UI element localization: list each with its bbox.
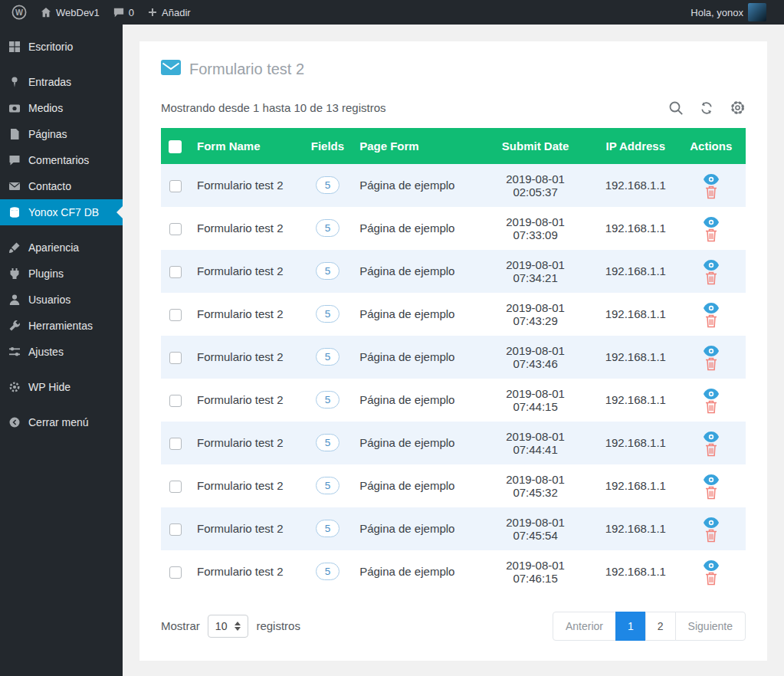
- site-name: WebDev1: [56, 7, 100, 18]
- row-checkbox[interactable]: [169, 309, 182, 321]
- row-checkbox[interactable]: [169, 481, 182, 493]
- wordpress-logo-icon[interactable]: W: [5, 0, 34, 25]
- sidebar-item-label: Páginas: [28, 128, 67, 140]
- fields-count-badge: 5: [316, 219, 340, 237]
- page-number-button-2[interactable]: 2: [645, 612, 676, 641]
- delete-entry-trash-icon[interactable]: [705, 271, 717, 285]
- appearance-icon: [8, 241, 21, 254]
- delete-entry-trash-icon[interactable]: [705, 357, 717, 371]
- fields-count-badge: 5: [316, 391, 340, 409]
- page-form-cell: Página de ejemplo: [352, 507, 476, 550]
- sidebar-item-medios[interactable]: Medios: [0, 95, 123, 121]
- sidebar-item-herramientas[interactable]: Herramientas: [0, 313, 123, 339]
- sidebar-item-wp-hide[interactable]: WP Hide: [0, 374, 123, 400]
- database-icon: [8, 205, 21, 219]
- row-checkbox[interactable]: [169, 266, 182, 278]
- submit-date-cell: 2019-08-01 07:33:09: [476, 207, 595, 250]
- view-entry-eye-icon[interactable]: [704, 560, 719, 571]
- delete-entry-trash-icon[interactable]: [705, 486, 717, 500]
- sidebar-item-plugins[interactable]: Plugins: [0, 261, 123, 287]
- page-number-button-1[interactable]: 1: [615, 612, 646, 641]
- submit-date-cell: 2019-08-01 02:05:37: [476, 164, 595, 207]
- view-entry-eye-icon[interactable]: [704, 517, 719, 528]
- ip-address-cell: 192.168.1.1: [595, 464, 676, 507]
- form-name-cell: Formulario test 2: [189, 464, 303, 507]
- row-checkbox[interactable]: [169, 180, 182, 192]
- form-name-cell: Formulario test 2: [189, 293, 303, 336]
- pagination: Anterior 1 2 Siguiente: [553, 612, 746, 641]
- table-row: Formulario test 2 5 Página de ejemplo 20…: [161, 550, 746, 593]
- view-entry-eye-icon[interactable]: [704, 346, 719, 356]
- sidebar-item-entradas[interactable]: Entradas: [0, 69, 123, 95]
- sidebar-item-paginas[interactable]: Páginas: [0, 121, 123, 147]
- form-name-cell: Formulario test 2: [189, 550, 303, 593]
- ip-address-cell: 192.168.1.1: [595, 293, 676, 336]
- row-checkbox[interactable]: [169, 223, 182, 235]
- comments-link[interactable]: 0: [107, 0, 141, 25]
- records-label: registros: [256, 619, 300, 632]
- table-row: Formulario test 2 5 Página de ejemplo 20…: [161, 507, 746, 550]
- delete-entry-trash-icon[interactable]: [705, 443, 717, 457]
- table-row: Formulario test 2 5 Página de ejemplo 20…: [161, 250, 746, 293]
- tools-icon: [8, 319, 21, 333]
- row-checkbox[interactable]: [169, 352, 182, 364]
- previous-page-button[interactable]: Anterior: [553, 612, 616, 641]
- sidebar-item-comentarios[interactable]: Comentarios: [0, 147, 123, 173]
- submit-date-cell: 2019-08-01 07:45:32: [476, 464, 595, 507]
- form-name-cell: Formulario test 2: [189, 379, 303, 422]
- admin-bar: W WebDev1 0 Añadir Hola, yonox: [0, 0, 784, 25]
- delete-entry-trash-icon[interactable]: [705, 228, 717, 242]
- delete-entry-trash-icon[interactable]: [705, 314, 717, 328]
- row-checkbox[interactable]: [169, 566, 182, 579]
- view-entry-eye-icon[interactable]: [704, 217, 719, 228]
- ip-address-cell: 192.168.1.1: [595, 164, 676, 207]
- sidebar-item-usuarios[interactable]: Usuarios: [0, 287, 123, 313]
- next-page-button[interactable]: Siguiente: [675, 612, 746, 641]
- page-form-cell: Página de ejemplo: [352, 550, 476, 593]
- sidebar-item-yonox-cf7-db[interactable]: Yonox CF7 DB: [0, 199, 123, 225]
- delete-entry-trash-icon[interactable]: [705, 400, 717, 414]
- settings-gear-icon[interactable]: [730, 100, 746, 116]
- view-entry-eye-icon[interactable]: [704, 260, 719, 271]
- ip-address-cell: 192.168.1.1: [595, 207, 676, 250]
- comments-count: 0: [129, 7, 134, 18]
- table-row: Formulario test 2 5 Página de ejemplo 20…: [161, 379, 746, 422]
- pages-icon: [8, 127, 21, 141]
- avatar: [748, 3, 766, 21]
- view-entry-eye-icon[interactable]: [704, 474, 719, 485]
- delete-entry-trash-icon[interactable]: [705, 529, 717, 543]
- fields-count-badge: 5: [316, 176, 340, 194]
- refresh-icon[interactable]: [699, 100, 714, 116]
- search-icon[interactable]: [668, 100, 684, 116]
- fields-count-badge: 5: [316, 305, 340, 323]
- form-name-cell: Formulario test 2: [189, 507, 303, 550]
- view-entry-eye-icon[interactable]: [704, 389, 719, 399]
- submit-date-cell: 2019-08-01 07:44:41: [476, 422, 595, 464]
- row-checkbox[interactable]: [169, 438, 182, 450]
- header-ip-address: IP Address: [595, 128, 676, 164]
- page-form-cell: Página de ejemplo: [352, 422, 476, 464]
- page-form-cell: Página de ejemplo: [352, 293, 476, 336]
- view-entry-eye-icon[interactable]: [704, 432, 719, 442]
- add-new-link[interactable]: Añadir: [141, 0, 198, 25]
- sidebar-item-apariencia[interactable]: Apariencia: [0, 235, 123, 261]
- sidebar-item-label: Escritorio: [28, 41, 73, 53]
- submit-date-cell: 2019-08-01 07:44:15: [476, 379, 595, 422]
- sidebar-item-ajustes[interactable]: Ajustes: [0, 339, 123, 365]
- view-entry-eye-icon[interactable]: [704, 174, 719, 185]
- sidebar-item-contacto[interactable]: Contacto: [0, 173, 123, 199]
- sidebar-item-escritorio[interactable]: Escritorio: [0, 34, 123, 60]
- header-actions: Actions: [676, 128, 746, 164]
- sidebar-item-cerrar-menu[interactable]: Cerrar menú: [0, 409, 123, 435]
- view-entry-eye-icon[interactable]: [704, 303, 719, 313]
- select-all-checkbox[interactable]: [169, 140, 182, 153]
- delete-entry-trash-icon[interactable]: [705, 572, 717, 586]
- sidebar-item-label: Medios: [28, 102, 63, 114]
- site-name-link[interactable]: WebDev1: [34, 0, 107, 25]
- user-account-link[interactable]: Hola, yonox: [684, 0, 773, 25]
- row-checkbox[interactable]: [169, 395, 182, 407]
- page-size-select[interactable]: 10: [208, 615, 249, 638]
- fields-count-badge: 5: [316, 348, 340, 366]
- delete-entry-trash-icon[interactable]: [705, 185, 717, 199]
- row-checkbox[interactable]: [169, 523, 182, 536]
